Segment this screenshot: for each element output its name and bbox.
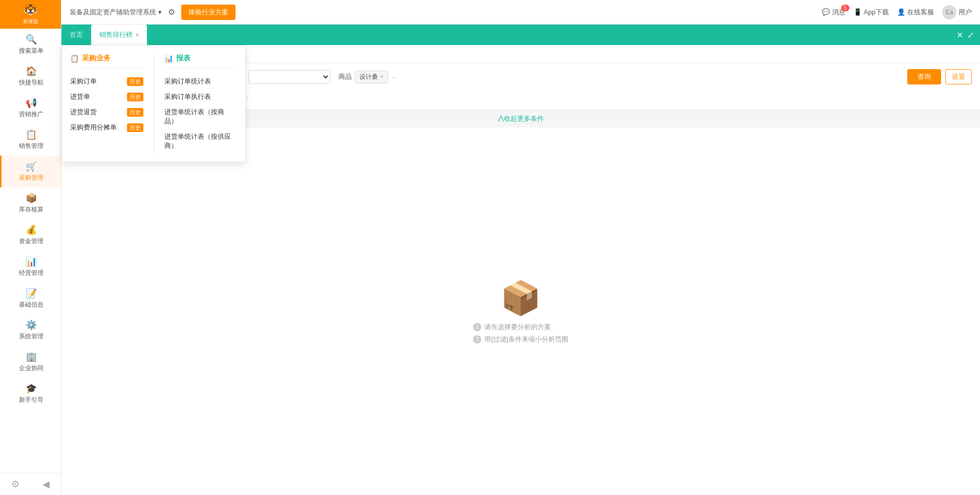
marketing-icon: 📢 — [26, 97, 37, 109]
goods-receipt-item[interactable]: 进货单 历史 — [70, 89, 143, 104]
hint-text-1: 请先选择要分析的方案 — [484, 322, 551, 332]
sidebar-item-label: 营销推广 — [19, 110, 44, 119]
home-icon: 🏠 — [26, 66, 37, 77]
purchase-cost-hist: 历史 — [127, 123, 143, 132]
goods-label: 商品 — [338, 72, 352, 81]
inventory-icon: 📦 — [26, 192, 37, 204]
purchase-order-item[interactable]: 采购订单 历史 — [70, 74, 143, 89]
industry-btn[interactable]: 体验行业方案 — [181, 5, 236, 20]
collapse-icon: ⋀ — [498, 114, 504, 123]
hint-circle-2: 2 — [473, 335, 481, 343]
tab-close-icon[interactable]: × — [136, 32, 139, 38]
sidebar-logo: 🐯 标准版 — [0, 0, 61, 29]
phone-icon: 📱 — [854, 8, 862, 16]
purchase-cost-item[interactable]: 采购费用分摊单 历史 — [70, 120, 143, 135]
online-service-label: 在线客服 — [907, 8, 934, 17]
purchase-col-icon: 📋 — [70, 54, 79, 62]
message-badge: 5 — [841, 5, 849, 11]
sidebar-settings-btn[interactable]: ⚙ — [11, 479, 19, 490]
operations-icon: 📊 — [26, 256, 37, 267]
sidebar-item-finance[interactable]: 💰 资金管理 — [0, 219, 61, 251]
goods-return-item[interactable]: 进货退货 历史 — [70, 104, 143, 120]
sidebar-item-quicknav[interactable]: 🏠 快捷导航 — [0, 60, 61, 92]
empty-hint-2: 2 用[过滤]条件来缩小分析范围 — [473, 335, 568, 344]
sidebar-item-label: 资金管理 — [19, 237, 44, 246]
filter-actions: 查询 设置 — [907, 69, 972, 84]
goods-receipt-hist: 历史 — [127, 93, 143, 101]
dropdown-chevron-icon: ▾ — [158, 8, 162, 16]
sidebar-item-label: 销售管理 — [19, 142, 44, 150]
online-service-btn[interactable]: 👤 在线客服 — [897, 8, 934, 17]
sidebar-item-inventory[interactable]: 📦 库存核算 — [0, 187, 61, 219]
query-btn[interactable]: 查询 — [907, 69, 941, 84]
sidebar-item-label: 基础信息 — [19, 300, 44, 309]
finance-icon: 💰 — [26, 224, 37, 235]
service-icon: 👤 — [897, 8, 905, 16]
basic-icon: 📝 — [26, 288, 37, 299]
topbar-right: 💬 消息 5 📱 App下载 👤 在线客服 Ea 用户 — [822, 5, 972, 19]
sidebar-item-label: 库存核算 — [19, 205, 44, 214]
purchase-cost-label: 采购费用分摊单 — [70, 123, 117, 132]
empty-hint-1: 1 请先选择要分析的方案 — [473, 322, 568, 332]
sidebar-item-operations[interactable]: 📊 经营管理 — [0, 251, 61, 283]
sidebar-item-sales[interactable]: 📋 销售管理 — [0, 124, 61, 156]
goods-tag-close[interactable]: × — [380, 73, 384, 80]
bill-status-select[interactable] — [248, 70, 330, 84]
sidebar-item-label: 经营管理 — [19, 269, 44, 277]
goods-more-btn[interactable]: ··· — [391, 73, 397, 81]
sidebar-item-marketing[interactable]: 📢 营销推广 — [0, 92, 61, 124]
system-title-dropdown[interactable]: 装备及固定资产辅助管理系统 ▾ — [70, 8, 162, 17]
goods-tag: 设计桑 × — [355, 71, 388, 83]
message-btn[interactable]: 💬 消息 5 — [822, 8, 845, 17]
hint-text-2: 用[过滤]条件来缩小分析范围 — [484, 335, 568, 344]
sidebar-item-label: 企业协同 — [19, 364, 44, 373]
search-icon: 🔍 — [26, 34, 37, 45]
goods-stats-by-product-label: 进货单统计表（按商品） — [164, 107, 238, 126]
purchase-col-label: 采购业务 — [82, 54, 111, 63]
app-download-btn[interactable]: 📱 App下载 — [854, 8, 889, 17]
hint-circle-1: 1 — [473, 323, 481, 331]
goods-stats-by-supplier-item[interactable]: 进货单统计表（按供应商） — [164, 129, 238, 154]
empty-illustration: 📦 — [500, 279, 541, 317]
sidebar-item-label: 快捷导航 — [19, 78, 44, 87]
sidebar-bottom: ⚙ ◀ — [0, 473, 61, 495]
settings-btn[interactable]: 设置 — [945, 69, 972, 84]
tab-close-btn[interactable]: ✕ — [956, 30, 963, 40]
purchase-order-hist: 历史 — [127, 77, 143, 86]
sidebar-collapse-btn[interactable]: ◀ — [42, 479, 50, 490]
sidebar-item-basic[interactable]: 📝 基础信息 — [0, 283, 61, 314]
user-label: 用户 — [958, 8, 972, 17]
tab-home[interactable]: 首页 — [61, 25, 91, 45]
goods-stats-by-product-item[interactable]: 进货单统计表（按商品） — [164, 104, 238, 129]
goods-receipt-label: 进货单 — [70, 92, 90, 101]
sidebar-item-enterprise[interactable]: 🏢 企业协同 — [0, 346, 61, 378]
report-col-icon: 📊 — [164, 54, 173, 62]
tab-expand-btn[interactable]: ⤢ — [967, 30, 974, 40]
dropdown-divider — [154, 54, 154, 154]
user-btn[interactable]: Ea 用户 — [942, 5, 972, 19]
sidebar-item-system[interactable]: ⚙️ 系统管理 — [0, 314, 61, 346]
purchase-col: 📋 采购业务 采购订单 历史 进货单 历史 进货退货 历史 采购费用分摊单 历史 — [70, 54, 143, 154]
purchase-order-exec-item[interactable]: 采购订单执行表 — [164, 89, 238, 104]
logo-icon: 🐯 — [24, 4, 37, 17]
enterprise-icon: 🏢 — [26, 351, 37, 362]
purchase-col-title: 📋 采购业务 — [70, 54, 143, 68]
tab-sales-ranking[interactable]: 销售排行榜 × — [91, 25, 147, 45]
purchase-order-stats-item[interactable]: 采购订单统计表 — [164, 74, 238, 89]
sidebar-item-label: 采购管理 — [19, 174, 44, 182]
tab-sales-ranking-label: 销售排行榜 — [99, 30, 133, 39]
sidebar-item-label: 系统管理 — [19, 332, 44, 341]
tabbar-actions: ✕ ⤢ — [950, 30, 980, 40]
sidebar-item-guide[interactable]: 🎓 新手引导 — [0, 378, 61, 410]
tab-home-label: 首页 — [70, 30, 83, 39]
tabbar: 首页 销售排行榜 × ✕ ⤢ — [61, 25, 980, 45]
topbar-settings-icon[interactable]: ⚙ — [168, 7, 175, 17]
purchase-order-stats-label: 采购订单统计表 — [164, 77, 211, 86]
sidebar-nav: 🔍 搜索菜单 🏠 快捷导航 📢 营销推广 📋 销售管理 🛒 采购管理 📦 库存核… — [0, 29, 61, 473]
app-download-label: App下载 — [864, 8, 889, 17]
sidebar-item-search[interactable]: 🔍 搜索菜单 — [0, 29, 61, 60]
avatar-text: Ea — [946, 9, 953, 16]
report-col-label: 报表 — [176, 54, 190, 63]
goods-return-label: 进货退货 — [70, 107, 97, 117]
sidebar-item-purchase[interactable]: 🛒 采购管理 — [0, 156, 61, 187]
